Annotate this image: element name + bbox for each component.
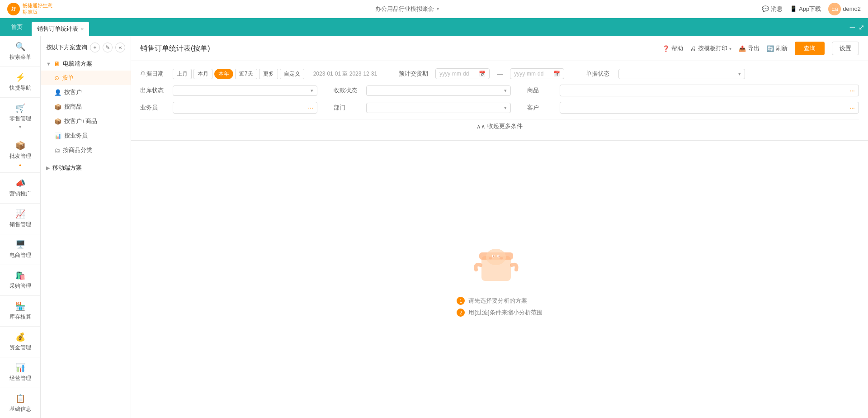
svg-point-6 <box>499 255 500 256</box>
product-filter-label: 商品 <box>527 86 552 95</box>
message-icon: 💬 <box>762 5 769 12</box>
custom-date-btn[interactable]: 自定义 <box>280 69 304 79</box>
collection-status-select[interactable]: ▾ <box>366 86 511 96</box>
product-select[interactable]: ··· <box>560 85 859 96</box>
sales-icon: 📈 <box>15 209 25 219</box>
tab-fullscreen-icon[interactable]: ⤢ <box>859 23 864 32</box>
status-select[interactable]: ▾ <box>618 69 745 79</box>
svg-point-5 <box>493 255 495 256</box>
expected-delivery-start[interactable]: yyyy-mm-dd 📅 <box>435 68 490 79</box>
empty-tip-2: 2 用[过滤]条件来缩小分析范围 <box>457 309 542 317</box>
expected-delivery-end[interactable]: yyyy-mm-dd 📅 <box>510 68 564 79</box>
collapse-icon: ∧∧ <box>476 123 486 130</box>
last-month-btn[interactable]: 上月 <box>173 69 192 79</box>
salesperson-label: 业务员 <box>140 104 165 112</box>
sidebar-item-sales[interactable]: 📈 销售管理 <box>0 204 40 234</box>
customer-more-icon[interactable]: ··· <box>849 104 855 111</box>
panel-section-desktop-header[interactable]: ▼ 🖥 电脑端方案 <box>41 57 131 71</box>
wholesale-icon: 📦 <box>15 141 25 151</box>
tab-home[interactable]: 首页 <box>4 18 30 36</box>
panel-section-desktop: ▼ 🖥 电脑端方案 ⊙ 按单 👤 按客户 📦 按商品 📦 <box>41 55 131 159</box>
panel-header-actions: + ✎ « <box>90 43 125 52</box>
chevron-right-icon: ▶ <box>46 165 50 171</box>
this-month-btn[interactable]: 本月 <box>193 69 212 79</box>
logo-area: 好 畅捷通好生意 标准版 <box>7 3 52 15</box>
status-filter-label: 单据状态 <box>586 70 611 78</box>
tip-num-2: 2 <box>457 309 465 317</box>
customer-select[interactable]: ··· <box>560 102 859 114</box>
by-category-icon: 🗂 <box>54 147 60 154</box>
panel-item-by-category[interactable]: 🗂 按商品分类 <box>41 143 131 157</box>
filter-row-extra: 业务员 ··· 部门 ▾ 客户 ··· <box>140 102 859 114</box>
sidebar-item-quicknav[interactable]: ⚡ 快捷导航 <box>0 67 40 98</box>
product-more-icon[interactable]: ··· <box>849 87 855 94</box>
panel-item-by-customer[interactable]: 👤 按客户 <box>41 85 131 100</box>
sidebar-item-finance[interactable]: 💰 资金管理 <box>0 327 40 357</box>
tab-minimize-icon[interactable]: ─ <box>850 23 855 31</box>
message-button[interactable]: 💬 消息 <box>762 5 783 13</box>
svg-point-2 <box>486 249 506 265</box>
this-year-btn[interactable]: 本年 <box>214 69 233 79</box>
collapse-filters-button[interactable]: ∧∧ 收起更多条件 <box>140 119 859 133</box>
avatar: Ea <box>828 3 841 15</box>
help-button[interactable]: ❓ 帮助 <box>662 44 683 52</box>
tab-sales-order-stats[interactable]: 销售订单统计表 × <box>32 22 89 36</box>
panel-section-mobile: ▶ 移动端方案 <box>41 159 131 176</box>
date-separator: — <box>497 71 503 77</box>
filter-row-status: 出库状态 ▾ 收款状态 ▾ 商品 ··· <box>140 85 859 96</box>
filter-row-date: 单据日期 上月 本月 本年 近7天 更多 自定义 2023-01-01 至 20… <box>140 68 859 79</box>
by-customer-product-icon: 📦 <box>54 118 61 125</box>
panel-collapse-button[interactable]: « <box>115 43 125 52</box>
sidebar-item-operations[interactable]: 📊 经营管理 <box>0 357 40 388</box>
chevron-down-icon: ▼ <box>46 61 51 66</box>
empty-state: 1 请先选择要分析的方案 2 用[过滤]条件来缩小分析范围 <box>131 141 868 418</box>
app-download-button[interactable]: 📱 App下载 <box>790 5 821 13</box>
page-header: 销售订单统计表(按单) ❓ 帮助 🖨 按模板打印 ▾ 📤 导出 <box>131 36 868 61</box>
main-layout: 🔍 搜索菜单 ⚡ 快捷导航 🛒 零售管理 ▾ 📦 批发管理 ▴ 📣 营销推广 📈… <box>0 36 868 418</box>
sidebar-item-search[interactable]: 🔍 搜索菜单 <box>0 36 40 67</box>
sidebar-item-wholesale[interactable]: 📦 批发管理 ▴ <box>0 135 40 173</box>
user-profile[interactable]: Ea demo2 <box>828 3 861 15</box>
by-customer-icon: 👤 <box>54 89 61 96</box>
sidebar-item-purchase[interactable]: 🛍️ 采购管理 <box>0 265 40 296</box>
date-quick-buttons: 上月 本月 本年 近7天 更多 自定义 <box>173 69 304 79</box>
desktop-section-icon: 🖥 <box>54 60 60 67</box>
tab-close-icon[interactable]: × <box>81 26 84 32</box>
panel-item-by-salesperson[interactable]: 📊 按业务员 <box>41 128 131 143</box>
settings-button[interactable]: 设置 <box>832 42 859 55</box>
wholesale-arrow-icon: ▴ <box>19 162 21 167</box>
panel-item-by-order[interactable]: ⊙ 按单 <box>41 71 131 85</box>
workspace-selector[interactable]: 办公用品行业模拟账套 ▾ <box>375 5 439 13</box>
panel-add-button[interactable]: + <box>90 43 100 52</box>
panel-item-by-product[interactable]: 📦 按商品 <box>41 100 131 114</box>
filter-area: 单据日期 上月 本月 本年 近7天 更多 自定义 2023-01-01 至 20… <box>131 61 868 141</box>
department-select[interactable]: ▾ <box>366 103 511 113</box>
sidebar-item-retail[interactable]: 🛒 零售管理 ▾ <box>0 98 40 135</box>
panel-edit-button[interactable]: ✎ <box>103 43 113 52</box>
search-icon: 🔍 <box>15 42 25 52</box>
sidebar-item-ecommerce[interactable]: 🖥️ 电商管理 <box>0 234 40 265</box>
top-bar-right: 💬 消息 📱 App下载 Ea demo2 <box>762 3 861 15</box>
customer-label: 客户 <box>527 104 552 112</box>
delivery-status-select[interactable]: ▾ <box>173 86 317 96</box>
panel-item-by-customer-product[interactable]: 📦 按客户+商品 <box>41 114 131 128</box>
sidebar-item-basic-info[interactable]: 📋 基础信息 <box>0 388 40 418</box>
sidebar-item-marketing[interactable]: 📣 营销推广 <box>0 173 40 204</box>
query-button[interactable]: 查询 <box>795 42 825 55</box>
tab-bar-actions: ─ ⤢ <box>850 23 864 32</box>
help-icon: ❓ <box>662 45 670 52</box>
panel-section-mobile-header[interactable]: ▶ 移动端方案 <box>41 161 131 175</box>
template-print-button[interactable]: 🖨 按模板打印 ▾ <box>690 44 731 52</box>
refresh-icon: 🔄 <box>767 45 774 52</box>
salesperson-select[interactable]: ··· <box>173 102 317 114</box>
tab-bar: 首页 销售订单统计表 × ─ ⤢ <box>0 18 868 36</box>
sidebar-item-inventory[interactable]: 🏪 库存核算 <box>0 296 40 327</box>
status-select-arrow-icon: ▾ <box>738 71 741 77</box>
export-button[interactable]: 📤 导出 <box>739 44 760 52</box>
date-range-text: 2023-01-01 至 2023-12-31 <box>313 70 377 78</box>
salesperson-more-icon[interactable]: ··· <box>308 104 313 111</box>
download-icon: 📱 <box>790 5 797 12</box>
last7days-btn[interactable]: 近7天 <box>235 69 257 79</box>
refresh-button[interactable]: 🔄 刷新 <box>767 44 788 52</box>
more-date-btn[interactable]: 更多 <box>259 69 278 79</box>
